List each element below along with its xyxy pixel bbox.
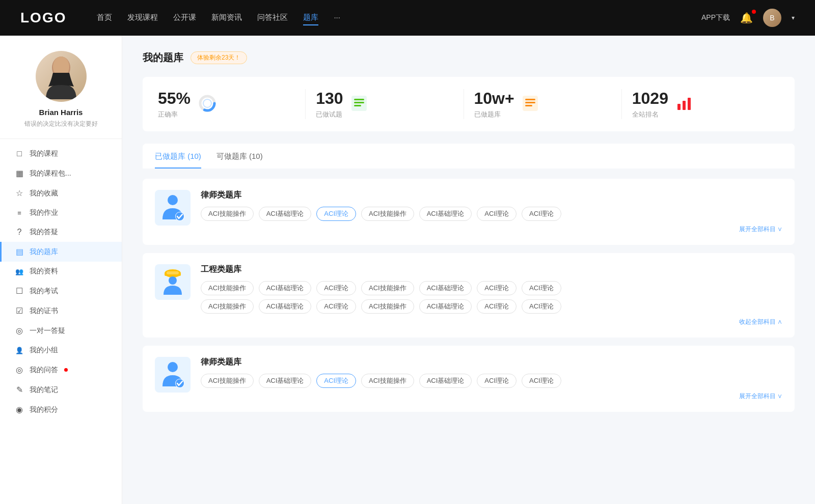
sidebar-label-one-one: 一对一答疑 [30, 326, 65, 335]
one-one-icon: ◎ [14, 326, 24, 335]
app-download-button[interactable]: APP下载 [701, 13, 730, 22]
sidebar-item-group[interactable]: 👤 我的小组 [0, 341, 122, 360]
nav-open-course[interactable]: 公开课 [173, 11, 196, 25]
stat-questions-done: 130 已做试题 [306, 89, 464, 119]
tag-1-6[interactable]: ACI理论 [522, 281, 561, 295]
tab-done[interactable]: 已做题库 (10) [155, 152, 201, 169]
sidebar-item-homework[interactable]: ≡ 我的作业 [0, 203, 122, 222]
tag-0-1[interactable]: ACI基础理论 [259, 207, 312, 221]
bank-card-0-expand[interactable]: 展开全部科目 ∨ [201, 225, 782, 234]
nav-qa[interactable]: 问答社区 [257, 11, 288, 25]
tag-1-r2-5[interactable]: ACI理论 [477, 299, 517, 314]
sidebar-menu: □ 我的课程 ▦ 我的课程包... ☆ 我的收藏 ≡ 我的作业 ? 我的答疑 ▤… [0, 139, 122, 425]
tag-1-1[interactable]: ACI基础理论 [259, 281, 312, 295]
nav-news[interactable]: 新闻资讯 [211, 11, 242, 25]
tag-1-r2-1[interactable]: ACI基础理论 [259, 299, 312, 314]
course-pack-icon: ▦ [14, 169, 24, 178]
tag-0-2[interactable]: ACI理论 [316, 207, 356, 221]
sidebar-item-bank[interactable]: ▤ 我的题库 [0, 242, 122, 262]
bank-card-0-body: 律师类题库 ACI技能操作 ACI基础理论 ACI理论 ACI技能操作 ACI基… [201, 190, 782, 234]
bank-icon: ▤ [14, 247, 24, 257]
svg-rect-8 [354, 105, 361, 106]
sidebar-item-notes[interactable]: ✎ 我的笔记 [0, 380, 122, 400]
profile-icon: 👥 [14, 268, 24, 275]
tag-1-r2-0[interactable]: ACI技能操作 [201, 299, 254, 314]
tag-0-6[interactable]: ACI理论 [522, 207, 561, 221]
sidebar-item-favorite[interactable]: ☆ 我的收藏 [0, 183, 122, 203]
user-motto: 错误的决定比没有决定要好 [10, 120, 112, 128]
sidebar-item-points[interactable]: ◉ 我的积分 [0, 400, 122, 419]
trial-badge: 体验剩余23天！ [191, 51, 247, 64]
tag-1-r2-2[interactable]: ACI理论 [316, 299, 356, 314]
bank-card-1-icon [155, 264, 191, 300]
stat-accuracy-value-wrap: 55% 正确率 [158, 89, 191, 119]
chevron-down-icon[interactable]: ▾ [792, 14, 795, 21]
homework-icon: ≡ [14, 209, 24, 217]
stat-banks-done-value-wrap: 10w+ 已做题库 [474, 89, 514, 119]
notification-badge [752, 10, 756, 14]
tag-1-r2-3[interactable]: ACI技能操作 [361, 299, 414, 314]
tag-2-3[interactable]: ACI技能操作 [361, 374, 414, 388]
svg-point-16 [168, 195, 178, 205]
tag-2-0[interactable]: ACI技能操作 [201, 374, 254, 388]
stat-questions-done-label: 已做试题 [316, 110, 343, 119]
tag-2-2[interactable]: ACI理论 [316, 374, 356, 388]
tag-1-3[interactable]: ACI技能操作 [361, 281, 414, 295]
group-icon: 👤 [14, 347, 24, 354]
svg-rect-14 [683, 101, 686, 110]
tag-0-0[interactable]: ACI技能操作 [201, 207, 254, 221]
sidebar-item-qa[interactable]: ? 我的答疑 [0, 222, 122, 242]
nav-discover[interactable]: 发现课程 [127, 11, 158, 25]
tag-2-4[interactable]: ACI基础理论 [419, 374, 472, 388]
stats-card: 55% 正确率 130 已做试题 [143, 77, 795, 131]
main-content: 我的题库 体验剩余23天！ 55% 正确率 [122, 36, 815, 504]
tag-1-2[interactable]: ACI理论 [316, 281, 356, 295]
bank-card-1-title: 工程类题库 [201, 264, 782, 275]
tag-1-r2-6[interactable]: ACI理论 [522, 299, 561, 314]
course-icon: □ [14, 149, 24, 158]
notification-bell[interactable]: 🔔 [740, 12, 753, 24]
lawyer-icon [159, 193, 186, 222]
notes-icon: ✎ [14, 385, 24, 395]
stat-questions-done-value: 130 [316, 89, 343, 108]
tag-0-3[interactable]: ACI技能操作 [361, 207, 414, 221]
tag-1-0[interactable]: ACI技能操作 [201, 281, 254, 295]
tag-0-5[interactable]: ACI理论 [477, 207, 517, 221]
sidebar-item-course[interactable]: □ 我的课程 [0, 144, 122, 163]
accuracy-chart-icon [198, 94, 217, 115]
nav-more[interactable]: ··· [334, 11, 340, 25]
avatar[interactable]: B [763, 9, 781, 27]
tab-available[interactable]: 可做题库 (10) [216, 152, 263, 169]
tag-2-5[interactable]: ACI理论 [477, 374, 517, 388]
sidebar-item-one-one[interactable]: ◎ 一对一答疑 [0, 321, 122, 341]
sidebar-item-certificate[interactable]: ☑ 我的证书 [0, 301, 122, 321]
tag-2-1[interactable]: ACI基础理论 [259, 374, 312, 388]
engineer-icon [159, 267, 186, 297]
sidebar-label-course-pack: 我的课程包... [30, 169, 71, 178]
sidebar-item-question[interactable]: ◎ 我的问答 [0, 360, 122, 380]
nav-menu: 首页 发现课程 公开课 新闻资讯 问答社区 题库 ··· [97, 11, 701, 25]
bank-card-2-expand[interactable]: 展开全部科目 ∨ [201, 392, 782, 401]
tag-1-5[interactable]: ACI理论 [477, 281, 517, 295]
bank-card-1-collapse[interactable]: 收起全部科目 ∧ [201, 318, 782, 326]
bank-card-2-icon [155, 357, 191, 393]
bank-card-0: 律师类题库 ACI技能操作 ACI基础理论 ACI理论 ACI技能操作 ACI基… [143, 179, 795, 245]
svg-point-4 [203, 99, 211, 107]
logo: LOGO [20, 10, 66, 26]
sidebar-label-points: 我的积分 [30, 405, 58, 414]
tag-0-4[interactable]: ACI基础理论 [419, 207, 472, 221]
sidebar-item-exam[interactable]: ☐ 我的考试 [0, 281, 122, 301]
main-layout: Brian Harris 错误的决定比没有决定要好 □ 我的课程 ▦ 我的课程包… [0, 36, 815, 504]
nav-bank[interactable]: 题库 [303, 11, 318, 25]
sidebar-item-course-pack[interactable]: ▦ 我的课程包... [0, 163, 122, 183]
nav-home[interactable]: 首页 [97, 11, 112, 25]
sidebar-label-question: 我的问答 [30, 366, 58, 375]
tag-1-4[interactable]: ACI基础理论 [419, 281, 472, 295]
tag-1-r2-4[interactable]: ACI基础理论 [419, 299, 472, 314]
tag-2-6[interactable]: ACI理论 [522, 374, 561, 388]
stat-rank: 1029 全站排名 [622, 89, 779, 119]
rank-icon [675, 95, 693, 114]
sidebar-item-profile[interactable]: 👥 我的资料 [0, 262, 122, 281]
tabs-container: 已做题库 (10) 可做题库 (10) [143, 144, 795, 169]
stat-banks-done: 10w+ 已做题库 [464, 89, 622, 119]
